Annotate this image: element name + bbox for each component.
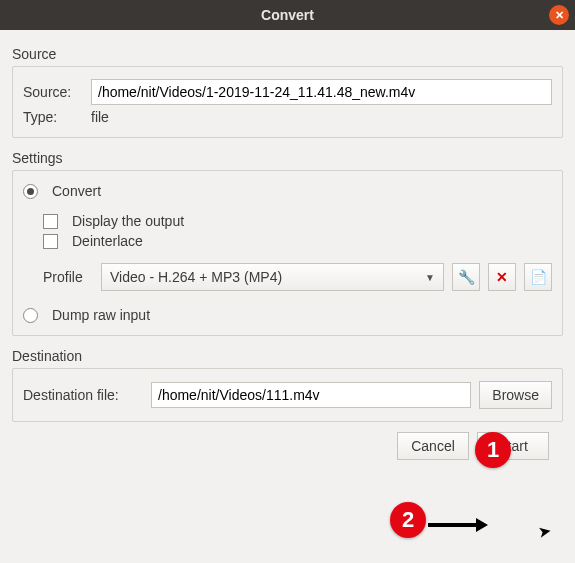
display-output-checkbox[interactable]: [43, 214, 58, 229]
annotation-marker-1: 1: [475, 432, 511, 468]
delete-profile-button[interactable]: ✕: [488, 263, 516, 291]
destination-section-label: Destination: [12, 348, 563, 364]
convert-radio-row[interactable]: Convert: [23, 183, 552, 199]
source-group: Source: Type: file: [12, 66, 563, 138]
source-section-label: Source: [12, 46, 563, 62]
deinterlace-label: Deinterlace: [72, 233, 143, 249]
cancel-button[interactable]: Cancel: [397, 432, 469, 460]
cancel-label: Cancel: [411, 438, 455, 454]
dump-radio[interactable]: [23, 308, 38, 323]
settings-section-label: Settings: [12, 150, 563, 166]
close-button[interactable]: ✕: [549, 5, 569, 25]
dump-radio-row[interactable]: Dump raw input: [23, 307, 552, 323]
settings-group: Convert Display the output Deinterlace P…: [12, 170, 563, 336]
dialog-content: Source Source: Type: file Settings Conve…: [0, 30, 575, 468]
titlebar: Convert ✕: [0, 0, 575, 30]
destination-group: Destination file: Browse: [12, 368, 563, 422]
display-output-label: Display the output: [72, 213, 184, 229]
destination-file-input[interactable]: [151, 382, 471, 408]
display-output-row[interactable]: Display the output: [43, 213, 552, 229]
delete-icon: ✕: [496, 269, 508, 285]
profile-combo[interactable]: Video - H.264 + MP3 (MP4) ▼: [101, 263, 444, 291]
annotation-arrow: [428, 516, 488, 534]
profile-label: Profile: [43, 269, 93, 285]
source-label: Source:: [23, 84, 83, 100]
wrench-icon: 🔧: [458, 269, 475, 285]
close-icon: ✕: [555, 10, 564, 21]
browse-label: Browse: [492, 387, 539, 403]
type-label: Type:: [23, 109, 83, 125]
deinterlace-checkbox[interactable]: [43, 234, 58, 249]
convert-radio[interactable]: [23, 184, 38, 199]
window-title: Convert: [261, 7, 314, 23]
type-value: file: [91, 109, 109, 125]
edit-profile-button[interactable]: 🔧: [452, 263, 480, 291]
mouse-cursor-icon: ➤: [536, 521, 552, 542]
deinterlace-row[interactable]: Deinterlace: [43, 233, 552, 249]
profile-value: Video - H.264 + MP3 (MP4): [110, 269, 282, 285]
convert-label: Convert: [52, 183, 101, 199]
annotation-marker-2: 2: [390, 502, 426, 538]
source-input[interactable]: [91, 79, 552, 105]
new-profile-button[interactable]: 📄: [524, 263, 552, 291]
destination-file-label: Destination file:: [23, 387, 143, 403]
dump-label: Dump raw input: [52, 307, 150, 323]
browse-button[interactable]: Browse: [479, 381, 552, 409]
chevron-down-icon: ▼: [425, 272, 435, 283]
svg-marker-1: [476, 518, 488, 532]
new-icon: 📄: [530, 269, 547, 285]
